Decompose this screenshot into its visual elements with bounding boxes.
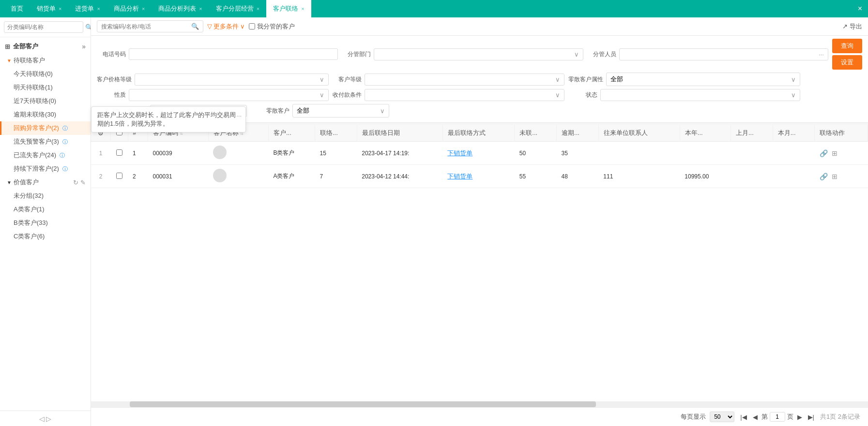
retail-customer-arrow-icon: ∨ — [380, 107, 385, 115]
filter-row-1: 电话号码 分管部门 ∨ 分管人员 ··· — [97, 39, 862, 70]
edit-icon[interactable]: ✎ — [80, 179, 86, 186]
row1-num: 1 — [91, 142, 110, 165]
refresh-icon[interactable]: ↻ — [73, 179, 78, 186]
nav-product-list[interactable]: 商品分析列表 × — [152, 0, 209, 17]
nav-purchase[interactable]: 进货单 × — [68, 0, 107, 17]
price-level-select[interactable]: ∨ — [135, 73, 329, 86]
row2-checkbox — [110, 165, 128, 188]
row2-contact-link[interactable]: 下销货单 — [447, 173, 472, 180]
per-page-select[interactable]: 50 20 100 — [710, 411, 734, 422]
tooltip-more-icon[interactable]: ... — [236, 111, 242, 118]
sidebar-item-declining[interactable]: 持续下滑客户(2) ⓘ — [0, 162, 91, 176]
phone-input[interactable] — [129, 48, 338, 60]
retail-customer-label: 零散客户 — [260, 107, 289, 115]
sidebar-bottom: ◁ ▷ — [0, 411, 91, 426]
sidebar-item-loss-warning[interactable]: 流失预警客户(3) ⓘ — [0, 135, 91, 148]
close-purchase-icon[interactable]: × — [97, 6, 100, 12]
sidebar-item-today[interactable]: 今天待联络(0) — [0, 67, 91, 81]
sidebar-collapse-icon[interactable]: ◁ ▷ — [39, 415, 52, 423]
row2-num: 2 — [91, 165, 110, 188]
filter-row-2: 客户价格等级 ∨ 客户等级 ∨ 零散客户属性 全部 — [97, 73, 862, 86]
row1-uncontacted: 50 — [515, 142, 557, 165]
total-records: 共1页 2条记录 — [820, 412, 860, 421]
close-customer-contact-icon[interactable]: × — [301, 6, 304, 12]
row1-checkbox — [110, 142, 128, 165]
status-label: 状态 — [568, 91, 597, 99]
row1-select-checkbox[interactable] — [116, 149, 122, 156]
overdue-col-header: 逾期... — [557, 125, 599, 142]
sidebar-item-a-class[interactable]: A类客户(1) — [0, 203, 91, 216]
nav-sales[interactable]: 销货单 × — [30, 0, 68, 17]
sidebar-item-ungrouped[interactable]: 未分组(32) — [0, 189, 91, 203]
scrollbar-thumb[interactable] — [130, 401, 596, 407]
sidebar-item-overdue[interactable]: 逾期未联络(30) — [0, 108, 91, 121]
sidebar-item-b-class[interactable]: B类客户(33) — [0, 216, 91, 230]
close-product-list-icon[interactable]: × — [199, 6, 202, 12]
horizontal-scrollbar[interactable] — [91, 401, 868, 407]
query-button[interactable]: 查询 — [832, 39, 862, 53]
filter-customer-level: 客户等级 ∨ — [333, 73, 564, 86]
status-select[interactable]: ∨ — [600, 89, 800, 101]
filter-search-input[interactable] — [101, 23, 191, 30]
row2-link-icon[interactable]: 🔗 — [820, 173, 828, 180]
sidebar-item-lost[interactable]: 已流失客户(24) ⓘ — [0, 148, 91, 162]
table-row: 2 2 000031 A类客户 7 2023-04-12 14:44: — [91, 165, 868, 188]
action-col-header: 联络动作 — [815, 125, 868, 142]
collapse-sidebar-icon[interactable]: » — [82, 43, 86, 50]
row2-select-checkbox[interactable] — [116, 173, 122, 179]
my-customers-checkbox[interactable] — [249, 23, 255, 29]
row1-link-icon[interactable]: 🔗 — [820, 149, 828, 157]
row1-contact-link[interactable]: 下销货单 — [447, 149, 472, 157]
status-arrow-icon: ∨ — [791, 91, 796, 99]
dept-select[interactable]: ∨ — [374, 48, 583, 60]
sidebar-search-icon[interactable]: 🔍 — [85, 24, 91, 31]
sidebar-search-input[interactable] — [4, 21, 83, 33]
retail-attr-select[interactable]: 全部 ∨ — [606, 73, 800, 86]
filter-search-icon[interactable]: 🔍 — [191, 23, 199, 30]
close-all-tabs-icon[interactable]: × — [858, 4, 862, 13]
close-customer-segment-icon[interactable]: × — [257, 6, 259, 12]
filter-manager: 分管人员 ··· — [587, 48, 828, 60]
value-group-edit-icons: ↻ ✎ — [73, 179, 86, 186]
sidebar-content: ⊞ 全部客户 » ▼ 待联络客户 今天待联络(0) 明天待联络(1) 近7天待联… — [0, 37, 91, 411]
avatar — [213, 169, 227, 182]
sidebar-all-customers[interactable]: ⊞ 全部客户 » — [0, 39, 91, 54]
gender-arrow-icon: ∨ — [320, 91, 324, 99]
gender-select[interactable]: ∨ — [129, 89, 329, 101]
per-page-label: 每页显示 — [681, 412, 706, 421]
nav-home[interactable]: 首页 — [4, 0, 30, 17]
row1-grid-icon[interactable]: ⊞ — [832, 149, 838, 157]
sidebar-group-pending[interactable]: ▼ 待联络客户 — [0, 54, 91, 67]
export-btn[interactable]: ↗ 导出 — [842, 22, 862, 31]
nav-customer-segment[interactable]: 客户分层经营 × — [209, 0, 266, 17]
this-month-col-header: 本月... — [773, 125, 815, 142]
last-page-btn[interactable]: ▶| — [806, 412, 816, 422]
row1-this-month — [773, 142, 815, 165]
retail-customer-select[interactable]: 全部 ∨ — [292, 104, 389, 118]
close-product-analysis-icon[interactable]: × — [142, 6, 145, 12]
row1-overdue: 35 — [557, 142, 599, 165]
customer-level-select[interactable]: ∨ — [365, 73, 564, 86]
next-page-btn[interactable]: ▶ — [795, 412, 804, 422]
nav-customer-contact[interactable]: 客户联络 × — [266, 0, 311, 17]
pay-terms-select[interactable]: ∨ — [365, 89, 564, 101]
prev-page-btn[interactable]: ◀ — [751, 412, 760, 422]
current-page-input[interactable] — [770, 412, 785, 422]
filter-status: 状态 ∨ — [568, 89, 800, 101]
top-nav: 首页 销货单 × 进货单 × 商品分析 × 商品分析列表 × 客户分层经营 × … — [0, 0, 868, 17]
set-button[interactable]: 设置 — [832, 55, 862, 70]
more-conditions-btn[interactable]: ▽ 更多条件 ∨ — [207, 22, 245, 31]
close-sales-icon[interactable]: × — [59, 6, 61, 12]
retail-attr-label: 零散客户属性 — [568, 75, 603, 84]
sidebar-item-repurchase-anomaly[interactable]: 回购异常客户(2) ⓘ — [0, 121, 91, 135]
sidebar-item-7days[interactable]: 近7天待联络(0) — [0, 94, 91, 108]
row2-grid-icon[interactable]: ⊞ — [832, 173, 838, 180]
row2-this-month — [773, 165, 815, 188]
nav-product-analysis[interactable]: 商品分析 × — [107, 0, 152, 17]
manager-select[interactable]: ··· — [619, 48, 828, 60]
first-page-btn[interactable]: |◀ — [738, 412, 748, 422]
sidebar-item-c-class[interactable]: C类客户(6) — [0, 230, 91, 243]
sidebar-group-value[interactable]: ▼ 价值客户 ↻ ✎ — [0, 176, 91, 189]
export-icon: ↗ — [842, 23, 848, 30]
sidebar-item-tomorrow[interactable]: 明天待联络(1) — [0, 81, 91, 94]
